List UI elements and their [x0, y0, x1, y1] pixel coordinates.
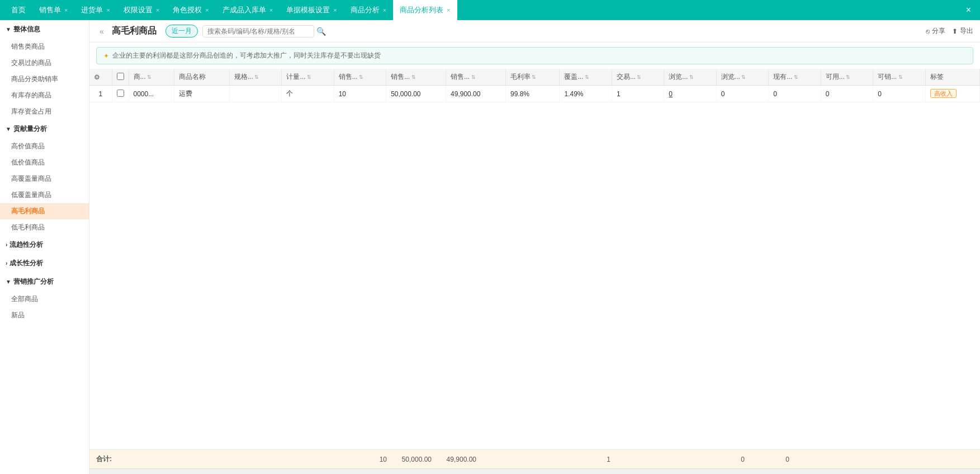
nav-close-icon[interactable]: × — [156, 7, 159, 13]
col-header-checkbox[interactable] — [112, 69, 129, 86]
sidebar-item-销售类商品[interactable]: 销售类商品 — [0, 39, 89, 55]
sort-icon: ⇅ — [688, 74, 694, 80]
footer-cell: 0 — [749, 456, 794, 463]
sidebar-item-低价值商品[interactable]: 低价值商品 — [0, 154, 89, 171]
settings-col-header[interactable]: ⚙ — [89, 69, 112, 86]
content-header: « 高毛利商品 近一月 🔍 ⎋ 分享 ⬆ 导出 — [89, 20, 980, 43]
nav-item-商品分析[interactable]: 商品分析× — [344, 0, 393, 20]
nav-item-进货单[interactable]: 进货单× — [74, 0, 116, 20]
sidebar-item-低毛利商品[interactable]: 低毛利商品 — [0, 219, 89, 236]
tag-badge: 高收入 — [930, 89, 957, 98]
nav-item-权限设置[interactable]: 权限设置× — [117, 0, 166, 20]
col-header-trade[interactable]: 交易... ⇅ — [612, 69, 664, 86]
cell-browse1: 0 — [664, 86, 716, 102]
cell-checkbox[interactable] — [112, 86, 129, 102]
sidebar-arrow-icon: ▼ — [6, 279, 11, 285]
row-checkbox[interactable] — [117, 90, 124, 97]
sidebar-item-高覆盖量商品[interactable]: 高覆盖量商品 — [0, 171, 89, 187]
content-area: « 高毛利商品 近一月 🔍 ⎋ 分享 ⬆ 导出 ✦ 企业的主要的利润都是这部分商… — [89, 20, 980, 474]
col-header-sales_cost[interactable]: 销售... ⇅ — [446, 69, 506, 86]
col-header-unit[interactable]: 计量... ⇅ — [282, 69, 334, 86]
filter-recent-month-button[interactable]: 近一月 — [165, 25, 198, 37]
export-icon: ⬆ — [952, 27, 958, 35]
share-button[interactable]: ⎋ 分享 — [926, 26, 945, 36]
footer-cell: 50,000.00 — [391, 456, 436, 463]
col-header-sellable[interactable]: 可销... ⇅ — [873, 69, 925, 86]
sidebar-item-有库存的商品[interactable]: 有库存的商品 — [0, 87, 89, 104]
col-header-avail[interactable]: 可用... ⇅ — [821, 69, 873, 86]
nav-close-icon[interactable]: × — [383, 7, 386, 13]
nav-item-销售单[interactable]: 销售单× — [32, 0, 74, 20]
sidebar-group-3[interactable]: ›成长性分析 — [0, 254, 89, 273]
footer-cells: 1050,000.0049,900.00100 — [123, 456, 973, 463]
col-header-spec[interactable]: 规格... ⇅ — [229, 69, 281, 86]
sidebar-group-4[interactable]: ▼营销推广分析 — [0, 273, 89, 291]
sidebar: ▼整体信息销售类商品交易过的商品商品分类助销率有库存的商品库存资金占用▼贡献量分… — [0, 20, 89, 474]
nav-item-单据模板设置[interactable]: 单据模板设置× — [280, 0, 343, 20]
sort-icon: ⇅ — [897, 74, 903, 80]
col-header-browse2[interactable]: 浏览... ⇅ — [716, 69, 768, 86]
col-header-stock[interactable]: 现有... ⇅ — [769, 69, 821, 86]
col-header-tag[interactable]: 标签 — [925, 69, 979, 86]
browse-link[interactable]: 0 — [669, 90, 673, 98]
sidebar-item-全部商品[interactable]: 全部商品 — [0, 291, 89, 307]
data-table-wrapper[interactable]: ⚙商... ⇅商品名称规格... ⇅计量... ⇅销售... ⇅销售... ⇅销… — [89, 69, 980, 449]
footer-cell — [660, 456, 704, 463]
close-all-button[interactable]: × — [962, 5, 976, 15]
sidebar-item-低覆盖量商品[interactable]: 低覆盖量商品 — [0, 187, 89, 203]
sort-icon: ⇅ — [845, 74, 851, 80]
sidebar-item-交易过的商品[interactable]: 交易过的商品 — [0, 55, 89, 71]
sidebar-item-商品分类助销率[interactable]: 商品分类助销率 — [0, 71, 89, 87]
col-header-sales_qty[interactable]: 销售... ⇅ — [334, 69, 386, 86]
settings-icon[interactable]: ⚙ — [94, 73, 100, 81]
info-text: 企业的主要的利润都是这部分商品创造的，可考虑加大推广，同时关注库存是不要出现缺货 — [112, 51, 381, 60]
nav-close-icon[interactable]: × — [205, 7, 209, 13]
sidebar-item-库存资金占用[interactable]: 库存资金占用 — [0, 104, 89, 120]
collapse-sidebar-button[interactable]: « — [96, 26, 107, 37]
nav-close-icon[interactable]: × — [269, 7, 273, 13]
sidebar-item-高价值商品[interactable]: 高价值商品 — [0, 138, 89, 154]
sort-icon: ⇅ — [358, 74, 364, 80]
sidebar-group-1[interactable]: ▼贡献量分析 — [0, 120, 89, 138]
nav-close-icon[interactable]: × — [447, 7, 450, 13]
sidebar-arrow-icon: ▼ — [6, 126, 11, 132]
search-input[interactable] — [202, 25, 314, 37]
sort-icon: ⇅ — [583, 74, 589, 80]
main-layout: ▼整体信息销售类商品交易过的商品商品分类助销率有库存的商品库存资金占用▼贡献量分… — [0, 20, 980, 474]
col-header-cover[interactable]: 覆盖... ⇅ — [560, 69, 612, 86]
sidebar-group-2[interactable]: ›流趋性分析 — [0, 236, 89, 254]
export-button[interactable]: ⬆ 导出 — [952, 26, 973, 36]
sidebar-group-0[interactable]: ▼整体信息 — [0, 20, 89, 39]
nav-close-icon[interactable]: × — [106, 7, 110, 13]
footer-cell — [481, 456, 525, 463]
nav-item-首页[interactable]: 首页 — [4, 0, 32, 20]
col-header-code[interactable]: 商... ⇅ — [129, 69, 174, 86]
sort-icon: ⇅ — [740, 74, 746, 80]
col-header-sales_amt[interactable]: 销售... ⇅ — [386, 69, 446, 86]
nav-item-产成品入库单[interactable]: 产成品入库单× — [216, 0, 280, 20]
nav-close-icon[interactable]: × — [64, 7, 68, 13]
sort-icon: ⇅ — [636, 74, 642, 80]
col-header-gross_rate[interactable]: 毛利率 ⇅ — [505, 69, 559, 86]
sort-icon: ⇅ — [305, 74, 311, 80]
nav-item-角色授权[interactable]: 角色授权× — [166, 0, 215, 20]
nav-close-icon[interactable]: × — [333, 7, 337, 13]
horizontal-scrollbar[interactable] — [89, 468, 980, 474]
sort-icon: ⇅ — [531, 74, 537, 80]
cell-unit: 个 — [282, 86, 334, 102]
col-header-browse1[interactable]: 浏览... ⇅ — [664, 69, 716, 86]
nav-item-商品分析列表[interactable]: 商品分析列表× — [393, 0, 457, 20]
col-header-name[interactable]: 商品名称 — [174, 69, 230, 86]
sidebar-item-高毛利商品[interactable]: 高毛利商品 — [0, 203, 89, 219]
sidebar-item-新品[interactable]: 新品 — [0, 307, 89, 323]
cell-index: 1 — [89, 86, 112, 102]
share-icon: ⎋ — [926, 27, 930, 35]
footer-cell: 10 — [347, 456, 391, 463]
search-button[interactable]: 🔍 — [316, 27, 326, 36]
header-actions: ⎋ 分享 ⬆ 导出 — [926, 26, 973, 36]
cell-gross_rate: 99.8% — [505, 86, 559, 102]
select-all-checkbox[interactable] — [117, 73, 124, 80]
cell-sales_cost: 49,900.00 — [446, 86, 506, 102]
cell-code: 0000... — [129, 86, 174, 102]
top-nav: 首页销售单×进货单×权限设置×角色授权×产成品入库单×单据模板设置×商品分析×商… — [0, 0, 980, 20]
